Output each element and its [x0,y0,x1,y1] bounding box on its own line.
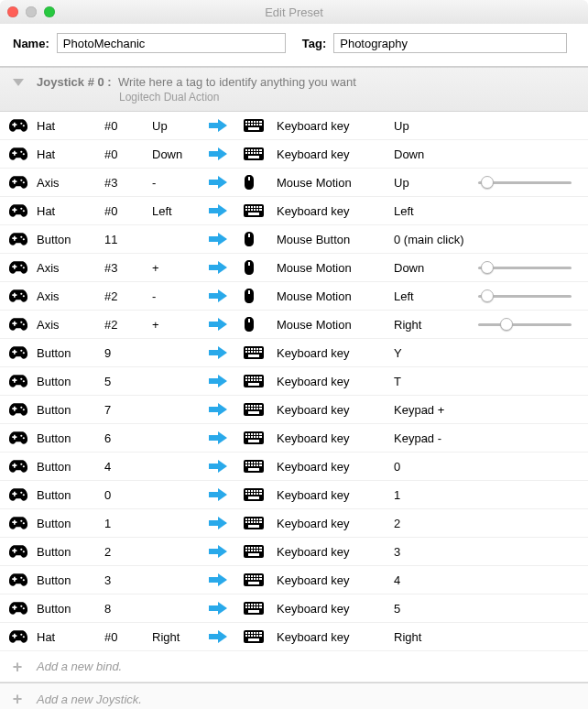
binding-row[interactable]: Button9Keyboard keyY [0,339,588,367]
svg-rect-9 [251,124,253,125]
window-zoom-button[interactable] [44,6,55,17]
joystick-header-text: Joystick # 0 : Write here a tag to ident… [37,75,356,104]
svg-rect-35 [245,209,247,211]
svg-rect-113 [245,490,247,492]
output-value: Left [394,289,478,303]
gamepad-icon [9,176,37,189]
binding-row[interactable]: Axis#3+Mouse MotionDown [0,254,588,282]
tag-input[interactable] [333,33,567,53]
add-bind-row[interactable]: + Add a new bind. [0,651,588,682]
svg-rect-61 [256,376,258,378]
input-type: Axis [37,318,104,332]
svg-rect-186 [254,632,256,634]
mouse-icon [244,317,277,332]
keyboard-icon [244,488,277,501]
input-type: Button [37,346,104,360]
output-action: Mouse Motion [277,261,394,275]
svg-rect-24 [254,152,256,154]
input-type: Hat [37,630,104,644]
binding-row[interactable]: Button2Keyboard key3 [0,538,588,566]
svg-rect-181 [248,610,259,613]
add-joystick-row[interactable]: + Add a new Joystick. [0,682,588,709]
output-value: 3 [394,545,478,559]
binding-row[interactable]: Axis#2-Mouse MotionLeft [0,282,588,311]
binding-row[interactable]: Button0Keyboard key1 [0,481,588,509]
binding-row[interactable]: Axis#3-Mouse MotionUp [0,169,588,197]
svg-rect-39 [256,209,258,211]
input-number: 6 [104,431,152,445]
svg-rect-114 [248,490,250,492]
svg-rect-101 [251,462,253,464]
binding-row[interactable]: Button8Keyboard key5 [0,594,588,623]
binding-row[interactable]: Button3Keyboard key4 [0,566,588,594]
input-number: 2 [104,545,152,559]
svg-rect-88 [254,433,256,435]
output-action: Keyboard key [277,375,394,388]
svg-rect-77 [245,408,247,409]
binding-row[interactable]: Hat#0DownKeyboard keyDown [0,140,588,169]
svg-rect-147 [245,550,247,551]
input-type: Button [37,375,104,388]
binding-row[interactable]: Button7Keyboard keyKeypad + [0,396,588,424]
name-input[interactable] [57,33,286,53]
gamepad-icon [9,318,37,331]
input-direction: Down [152,147,209,161]
svg-rect-44 [248,348,250,350]
binding-row[interactable]: Button6Keyboard keyKeypad - [0,424,588,453]
binding-row[interactable]: Button1Keyboard key2 [0,509,588,538]
input-direction: - [152,289,209,303]
input-number: 3 [104,573,152,587]
binding-row[interactable]: Button11Mouse Button0 (main click) [0,225,588,254]
input-type: Hat [37,119,104,133]
output-value: Keypad + [394,403,478,417]
input-type: Button [37,602,104,616]
svg-rect-161 [245,578,247,580]
input-direction: + [152,261,209,275]
binding-row[interactable]: Hat#0LeftKeyboard keyLeft [0,197,588,225]
svg-rect-152 [259,550,262,551]
svg-rect-65 [251,379,253,381]
gamepad-icon [9,147,37,160]
binding-row[interactable]: Button4Keyboard key0 [0,453,588,481]
window-minimize-button[interactable] [26,6,37,17]
svg-rect-165 [256,578,258,580]
input-number: #0 [104,147,152,161]
input-number: 8 [104,602,152,616]
output-value: 4 [394,573,478,587]
input-number: 1 [104,517,152,530]
sensitivity-slider[interactable] [478,261,572,274]
svg-rect-155 [245,575,247,577]
svg-rect-59 [251,376,253,378]
input-number: #0 [104,630,152,644]
svg-rect-100 [248,462,250,464]
sensitivity-slider[interactable] [478,176,572,189]
svg-rect-37 [251,209,253,211]
svg-rect-63 [245,379,247,381]
joystick-header[interactable]: Joystick # 0 : Write here a tag to ident… [0,67,588,112]
sensitivity-slider[interactable] [478,318,572,331]
svg-rect-163 [251,578,253,580]
keyboard-icon [244,630,277,643]
binding-row[interactable]: Hat#0RightKeyboard keyRight [0,623,588,651]
binding-row[interactable]: Button5Keyboard keyT [0,367,588,396]
joystick-tag-prompt[interactable]: Write here a tag to identify anything yo… [118,75,356,89]
svg-rect-118 [259,490,262,492]
titlebar: Edit Preset [0,0,588,24]
svg-rect-52 [254,351,256,353]
chevron-down-icon[interactable] [13,79,24,86]
output-value: 0 (main click) [394,233,478,246]
input-number: 11 [104,233,152,246]
binding-row[interactable]: Axis#2+Mouse MotionRight [0,311,588,339]
sensitivity-slider[interactable] [478,289,572,302]
svg-rect-8 [248,124,250,125]
gamepad-icon [9,545,37,558]
svg-rect-41 [248,213,259,215]
plus-icon: + [9,659,26,675]
input-number: #2 [104,289,152,303]
output-value: Up [394,119,478,133]
window-close-button[interactable] [7,6,18,17]
svg-rect-129 [251,518,253,520]
binding-row[interactable]: Hat#0UpKeyboard keyUp [0,112,588,140]
output-value: Right [394,318,478,332]
svg-rect-97 [248,440,259,442]
